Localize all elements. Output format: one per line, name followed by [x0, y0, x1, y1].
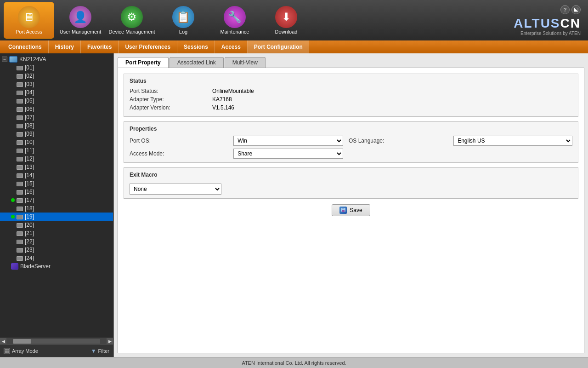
scroll-right-arrow[interactable]: ▶	[107, 338, 113, 345]
status-dot-03	[11, 82, 15, 86]
monitor-icon-03	[17, 82, 23, 87]
status-label: Adapter Type:	[130, 96, 212, 103]
tree-node-13[interactable]: [13]	[0, 163, 113, 171]
tree-node-04[interactable]: [04]	[0, 88, 113, 97]
sidebar-bottom-bar: Array Mode ▼ Filter	[0, 344, 113, 357]
tree-node-23[interactable]: [23]	[0, 246, 113, 254]
save-button[interactable]: Save	[332, 204, 370, 216]
footer-text: ATEN International Co. Ltd. All rights r…	[242, 360, 346, 366]
tree-node-label-06: [06]	[25, 106, 34, 112]
monitor-icon-01	[17, 66, 23, 70]
collapse-button[interactable]: –	[2, 57, 7, 62]
monitor-icon-15	[17, 182, 23, 186]
nav-icon-port-access: 🖥	[18, 6, 40, 28]
nav-tab-history[interactable]: History	[49, 40, 81, 53]
nav-tab-access[interactable]: Access	[215, 40, 248, 53]
tree-node-14[interactable]: [14]	[0, 171, 113, 179]
access-mode-select[interactable]: ShareExclusiveOccupy	[233, 149, 343, 159]
tree-node-21[interactable]: [21]	[0, 229, 113, 237]
exit-macro-select[interactable]: None	[130, 184, 221, 195]
save-row: Save	[124, 204, 578, 216]
nav-tab-user-preferences[interactable]: User Preferences	[119, 40, 177, 53]
tree-node-03[interactable]: [03]	[0, 80, 113, 88]
port-tab-associated-link[interactable]: Associated Link	[170, 57, 224, 68]
tree-node-01[interactable]: [01]	[0, 63, 113, 72]
exit-macro-title: Exit Macro	[130, 172, 572, 178]
tree-node-19[interactable]: [19]	[0, 213, 113, 221]
port-os-select[interactable]: WinMacSunOther	[233, 136, 343, 146]
nav-item-device-management[interactable]: ⚙ Device Management	[107, 2, 157, 39]
nav-tab-connections[interactable]: Connections	[2, 40, 49, 53]
tree-node-label-03: [03]	[25, 81, 34, 87]
tree-node-10[interactable]: [10]	[0, 138, 113, 146]
status-dot-05	[11, 99, 15, 103]
port-tab-multi-view[interactable]: Multi-View	[225, 57, 266, 68]
status-dot-06	[11, 107, 15, 111]
tree-node-16[interactable]: [16]	[0, 188, 113, 196]
tree-node-label-05: [05]	[25, 98, 34, 104]
nav-item-log[interactable]: 📋 Log	[158, 2, 209, 39]
tree-node-07[interactable]: [07]	[0, 113, 113, 121]
nav-item-port-access[interactable]: 🖥 Port Access	[4, 2, 54, 39]
nav-item-download[interactable]: ⬇ Download	[261, 2, 311, 39]
array-mode-label: Array Mode	[12, 348, 38, 354]
tree-node-22[interactable]: [22]	[0, 237, 113, 246]
tree-node-label-21: [21]	[25, 230, 34, 236]
monitor-icon-08	[17, 124, 23, 128]
help-icon[interactable]: ?	[560, 5, 570, 14]
tree-node-label-11: [11]	[25, 147, 34, 154]
tree-node-label-24: [24]	[25, 255, 34, 261]
monitor-icon-12	[17, 157, 23, 161]
tree-node-20[interactable]: [20]	[0, 221, 113, 229]
nav-tab-sessions[interactable]: Sessions	[177, 40, 215, 53]
status-dot-16	[11, 190, 15, 194]
tree-node-24[interactable]: [24]	[0, 254, 113, 262]
sidebar-horizontal-scrollbar[interactable]: ◀ ▶	[0, 338, 113, 344]
root-node-label: KN2124VA	[19, 56, 46, 63]
tree-node-12[interactable]: [12]	[0, 155, 113, 163]
tree-node-05[interactable]: [05]	[0, 97, 113, 105]
tree-node-label-14: [14]	[25, 172, 34, 178]
nav-icon-maintenance: 🔧	[224, 6, 246, 28]
monitor-icon-04	[17, 91, 23, 95]
filter-button[interactable]: ▼ Filter	[91, 348, 109, 354]
status-title: Status	[130, 78, 572, 84]
status-dot-01	[11, 66, 15, 69]
array-mode-button[interactable]: Array Mode	[4, 348, 38, 354]
tree-node-label-19: [19]	[25, 213, 34, 220]
tree-node-18[interactable]: [18]	[0, 204, 113, 213]
tree-node-11[interactable]: [11]	[0, 146, 113, 155]
monitor-icon-20	[17, 223, 23, 228]
tree-node-label-10: [10]	[25, 139, 34, 145]
monitor-icon-23	[17, 248, 23, 253]
status-dot-15	[11, 182, 15, 185]
tree-node-06[interactable]: [06]	[0, 105, 113, 113]
tree-node-08[interactable]: [08]	[0, 121, 113, 130]
tree-node-09[interactable]: [09]	[0, 130, 113, 138]
tree-node-02[interactable]: [02]	[0, 72, 113, 80]
nav-tab-port-configuration[interactable]: Port Configuration	[248, 40, 309, 53]
nav-item-user-management[interactable]: 👤 User Management	[55, 2, 106, 39]
tree-node-label-04: [04]	[25, 89, 34, 96]
nav-icon-user-management: 👤	[69, 6, 91, 28]
monitor-icon-09	[17, 132, 23, 137]
status-dot-04	[11, 91, 15, 94]
nav-icon-download: ⬇	[275, 6, 297, 28]
status-dot-12	[11, 157, 15, 161]
status-dot-14	[11, 173, 15, 177]
tree-node-17[interactable]: [17]	[0, 196, 113, 204]
properties-section: Properties Port OS: WinMacSunOther OS La…	[124, 121, 578, 163]
nav-item-maintenance[interactable]: 🔧 Maintenance	[209, 2, 260, 39]
port-tab-port-property[interactable]: Port Property	[118, 57, 169, 68]
status-dot-08	[11, 124, 15, 127]
tree-node-15[interactable]: [15]	[0, 179, 113, 188]
settings-icon[interactable]: ⬕	[571, 5, 581, 14]
nav-tab-favorites[interactable]: Favorites	[81, 40, 119, 53]
status-dot-23	[11, 248, 15, 252]
monitor-icon-02	[17, 74, 23, 79]
tree-root-node[interactable]: – KN2124VA	[0, 55, 113, 63]
blade-server-node[interactable]: BladeServer	[0, 262, 113, 270]
save-label: Save	[350, 207, 362, 213]
scroll-left-arrow[interactable]: ◀	[0, 338, 6, 345]
os-language-select[interactable]: English USEnglish UKFrenchGermanJapanese…	[453, 136, 572, 146]
